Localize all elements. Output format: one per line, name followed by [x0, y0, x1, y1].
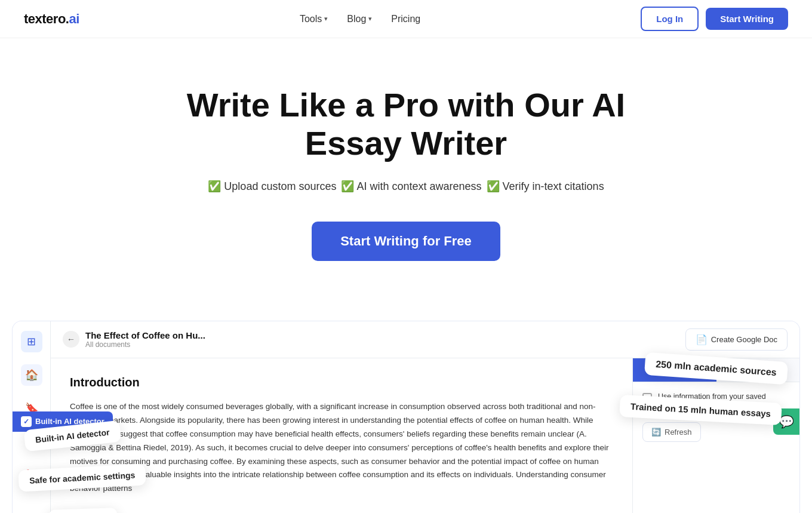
nav-tools[interactable]: Tools ▾ — [300, 14, 328, 24]
essay-area[interactable]: Introduction Coffee is one of the most w… — [51, 358, 632, 513]
refresh-button[interactable]: 🔄 Refresh — [642, 422, 701, 442]
essay-body: Coffee is one of the most widely consume… — [70, 400, 613, 496]
nav-blog[interactable]: Blog ▾ — [347, 14, 372, 24]
doc-title: The Effect of Coffee on Hu... — [85, 330, 205, 340]
hero-title: Write Like a Pro with Our AI Essay Write… — [137, 86, 675, 163]
feature-2: ✅ AI with context awareness — [341, 180, 481, 193]
blog-chevron-icon: ▾ — [368, 15, 372, 23]
check-icon: ✓ — [21, 416, 32, 427]
google-doc-icon: 📄 — [696, 334, 708, 345]
navbar: textero.ai Tools ▾ Blog ▾ Pricing Log In… — [0, 0, 812, 38]
hero-section: Write Like a Pro with Our AI Essay Write… — [0, 38, 812, 297]
breadcrumb: ← The Effect of Coffee on Hu... All docu… — [63, 330, 205, 349]
refresh-icon: 🔄 — [651, 428, 661, 437]
nav-links: Tools ▾ Blog ▾ Pricing — [300, 14, 420, 24]
preview-content: Introduction Coffee is one of the most w… — [51, 358, 799, 513]
nav-pricing[interactable]: Pricing — [391, 14, 420, 24]
logo[interactable]: textero.ai — [24, 11, 79, 27]
doc-breadcrumb: All documents — [85, 340, 205, 349]
feature-1: ✅ Upload custom sources — [208, 180, 336, 193]
start-writing-cta-button[interactable]: Start Writing for Free — [312, 222, 500, 261]
app-preview: ✓ Built-in AI detector 💬 ⊞ 🏠 🔖 🔍 ✏️ ← Th… — [12, 321, 800, 513]
tools-chevron-icon: ▾ — [324, 15, 328, 23]
logo-text: textero.ai — [24, 11, 79, 27]
hero-features: ✅ Upload custom sources ✅ AI with contex… — [24, 180, 788, 193]
nav-actions: Log In Start Writing — [641, 7, 788, 31]
back-button[interactable]: ← — [63, 331, 79, 348]
create-google-doc-button[interactable]: 📄 Create Google Doc — [685, 328, 788, 351]
preview-topbar: ← The Effect of Coffee on Hu... All docu… — [51, 321, 799, 358]
essay-heading: Introduction — [70, 373, 613, 392]
sidebar-home-icon[interactable]: 🏠 — [21, 364, 42, 386]
feature-3: ✅ Verify in-text citations — [487, 180, 604, 193]
logo-ai: ai — [69, 11, 79, 26]
login-button[interactable]: Log In — [641, 7, 699, 31]
start-writing-nav-button[interactable]: Start Writing — [706, 8, 788, 30]
sidebar-logo-icon: ⊞ — [21, 331, 42, 352]
doc-title-area: The Effect of Coffee on Hu... All docume… — [85, 330, 205, 349]
